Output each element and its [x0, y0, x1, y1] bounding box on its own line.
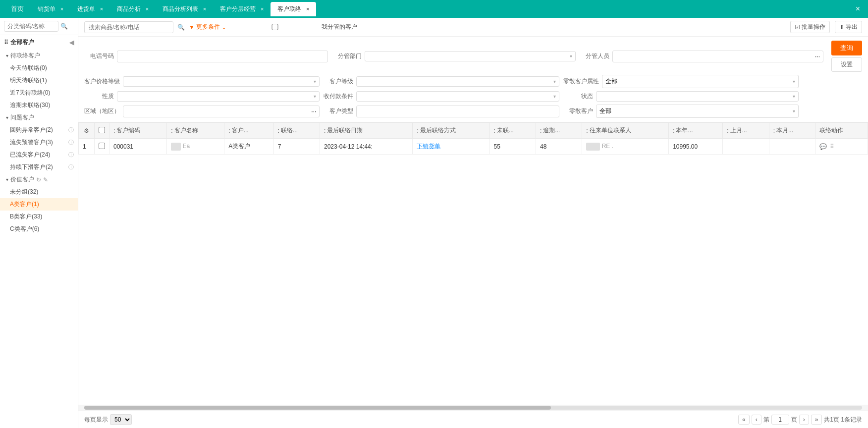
batch-op-btn[interactable]: ☑ 批量操作 [790, 21, 830, 33]
th-last-method[interactable]: :最后联络方式 [413, 123, 489, 139]
filter-customer-level: 客户等级 ▾ [324, 76, 559, 87]
customer-type-input[interactable] [356, 106, 559, 117]
th-overdue-sort: : [540, 127, 542, 134]
price-level-select[interactable]: ▾ [123, 76, 320, 87]
sidebar-search-input[interactable] [4, 21, 58, 32]
next-page-btn[interactable]: › [799, 415, 809, 425]
filter-row-1: 电话号码 分管部门 ▾ 分管人员 ··· [84, 41, 862, 72]
settings-icon[interactable]: ⚙ [84, 127, 89, 134]
nav-sales[interactable]: 销货单 × [31, 2, 70, 16]
nav-customer-segment[interactable]: 客户分层经营 × [213, 2, 271, 16]
region-select[interactable]: ··· [123, 106, 320, 117]
td-actions: 💬 ⠿ [815, 139, 868, 155]
td-this-month [769, 139, 815, 155]
first-page-btn[interactable]: « [738, 415, 750, 425]
value-customers-group[interactable]: ▾ 价值客户 ↻ ✎ [0, 173, 78, 186]
filter-retail-attr: 零散客户属性 全部 ▾ [563, 75, 799, 88]
nav-customer-contact[interactable]: 客户联络 × [271, 2, 316, 16]
filter-status: 状态 ▾ [563, 91, 799, 102]
prev-page-btn[interactable]: ‹ [752, 415, 761, 425]
my-customers-check[interactable]: 我分管的客户 [230, 23, 357, 31]
sidebar-item-tomorrow[interactable]: 明天待联络(1) [0, 74, 78, 87]
th-type[interactable]: :客户... [224, 123, 273, 139]
th-contact-count[interactable]: :联络... [273, 123, 320, 139]
my-customers-checkbox[interactable] [230, 24, 320, 30]
filter-bar: 🔍 ▼ 更多条件 ⌄ 我分管的客户 ☑ 批量操作 ⬆ 导出 [78, 18, 868, 37]
phone-input[interactable] [117, 51, 328, 62]
sidebar-item-7days[interactable]: 近7天待联络(0) [0, 87, 78, 99]
query-btn[interactable]: 查询 [831, 41, 862, 55]
pending-contact-group[interactable]: ▾ 待联络客户 [0, 50, 78, 62]
table-footer: 每页显示 50 « ‹ 第 页 › » 共1页 1条记录 [78, 411, 868, 428]
retail-customer-select[interactable]: 全部 ▾ [596, 105, 799, 118]
sidebar-item-today[interactable]: 今天待联络(0) [0, 62, 78, 74]
th-this-year[interactable]: :本年... [669, 123, 723, 139]
setting-btn[interactable]: 设置 [831, 57, 862, 72]
retail-attr-select[interactable]: 全部 ▾ [602, 75, 799, 88]
th-contacts[interactable]: :往来单位联系人 [582, 123, 669, 139]
td-checkbox[interactable] [95, 139, 109, 155]
person-select[interactable]: ··· [612, 51, 823, 62]
th-not-contacted[interactable]: :未联... [489, 123, 536, 139]
sidebar-item-b-class[interactable]: B类客户(33) [0, 211, 78, 223]
nav-purchase[interactable]: 进货单 × [70, 2, 110, 16]
search-icon[interactable]: 🔍 [177, 24, 185, 31]
td-name[interactable]: Ea [167, 139, 224, 155]
sidebar-item-a-class[interactable]: A类客户(1) [0, 198, 78, 211]
th-name[interactable]: :客户名称 [167, 123, 224, 139]
close-purchase-tab[interactable]: × [100, 6, 103, 12]
sidebar-item-c-class[interactable]: C类客户(6) [0, 223, 78, 235]
dept-select[interactable]: ▾ [365, 51, 576, 61]
chat-icon[interactable]: 💬 [819, 143, 827, 150]
nav-analysis[interactable]: 商品分析 × [110, 2, 156, 16]
contact-method-link[interactable]: 下销货单 [417, 143, 440, 150]
close-all-tabs[interactable]: × [852, 4, 864, 13]
th-tmonth-sort: : [773, 127, 775, 134]
refresh-icon[interactable]: ↻ [36, 176, 41, 183]
sidebar-item-churn-warning[interactable]: 流失预警客户(3) ⓘ [0, 136, 78, 149]
close-analysis-tab[interactable]: × [146, 6, 149, 12]
th-code[interactable]: :客户编码 [109, 123, 167, 139]
close-contact-tab[interactable]: × [306, 6, 309, 12]
payment-select[interactable]: ▾ [356, 91, 559, 102]
nav-analysis-list[interactable]: 商品分析列表 × [156, 2, 213, 16]
sidebar-item-declining[interactable]: 持续下滑客户(2) ⓘ [0, 161, 78, 173]
th-checkbox[interactable] [95, 123, 109, 139]
edit-icon[interactable]: ✎ [43, 176, 48, 183]
select-all-checkbox[interactable] [99, 127, 105, 133]
th-overdue[interactable]: :逾期... [536, 123, 582, 139]
nature-select[interactable]: ▾ [117, 91, 320, 102]
row-checkbox[interactable] [99, 143, 105, 149]
th-this-month[interactable]: :本月... [769, 123, 815, 139]
last-page-btn[interactable]: » [811, 415, 822, 425]
sidebar-item-churned[interactable]: 已流失客户(24) ⓘ [0, 149, 78, 161]
th-settings[interactable]: ⚙ [79, 123, 95, 139]
more-conditions-btn[interactable]: ▼ 更多条件 ⌄ [189, 23, 226, 31]
qr-icon[interactable]: ⠿ [830, 143, 834, 150]
sidebar-collapse-icon[interactable]: ◀ [69, 39, 74, 46]
customer-avatar [171, 143, 181, 151]
close-sales-tab[interactable]: × [60, 6, 63, 12]
nav-home[interactable]: 首页 [4, 1, 31, 16]
sidebar-item-unsorted[interactable]: 未分组(32) [0, 186, 78, 198]
page-size-select[interactable]: 50 [110, 414, 132, 425]
export-btn[interactable]: ⬆ 导出 [835, 21, 862, 33]
sidebar-item-abnormal[interactable]: 回购异常客户(2) ⓘ [0, 124, 78, 136]
problem-customers-group[interactable]: ▾ 问题客户 [0, 111, 78, 124]
td-last-method[interactable]: 下销货单 [413, 139, 489, 155]
th-last-month[interactable]: :上月... [723, 123, 769, 139]
scroll-thumb[interactable] [84, 406, 551, 410]
td-code: 000031 [109, 139, 167, 155]
close-segment-tab[interactable]: × [261, 6, 264, 12]
customer-level-select[interactable]: ▾ [356, 76, 559, 87]
status-select[interactable]: ▾ [596, 91, 799, 102]
sidebar-item-overdue[interactable]: 逾期未联络(30) [0, 99, 78, 111]
all-customers-header[interactable]: ⠿ 全部客户 ◀ [0, 35, 78, 50]
th-last-date[interactable]: :最后联络日期 [320, 123, 413, 139]
close-analysis-list-tab[interactable]: × [203, 6, 206, 12]
sidebar-search-icon[interactable]: 🔍 [60, 23, 68, 30]
horizontal-scrollbar[interactable] [78, 405, 868, 411]
td-not-contacted: 55 [489, 139, 536, 155]
page-input[interactable] [771, 415, 789, 425]
search-input[interactable] [84, 21, 173, 33]
